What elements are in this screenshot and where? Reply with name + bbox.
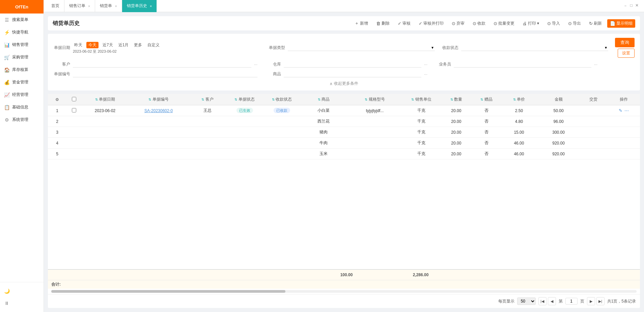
th-checkbox[interactable]	[66, 94, 82, 105]
sidebar-item-sys-mgmt[interactable]: ⚙ 系统管理	[0, 113, 44, 126]
cell-date	[82, 138, 129, 149]
new-button[interactable]: ＋ 新增	[352, 19, 371, 28]
cell-cb[interactable]	[66, 105, 82, 116]
window-controls: － □ ✕	[621, 3, 641, 9]
goods-dots[interactable]: ···	[424, 72, 427, 77]
sidebar-item-ops-mgmt[interactable]: 📈 经营管理	[0, 88, 44, 101]
tab-home[interactable]: 首页	[47, 0, 64, 12]
warehouse-dots[interactable]: ···	[424, 62, 427, 67]
th-date[interactable]: ⇅ 单据日期	[82, 94, 129, 105]
minimize-btn[interactable]: －	[623, 3, 627, 9]
per-page-select[interactable]: 50 100 200	[517, 297, 536, 305]
sidebar-item-basic-info[interactable]: 📋 基础信息	[0, 101, 44, 113]
cell-spec	[347, 138, 402, 149]
sidebar-item-quick-nav[interactable]: ⚡ 快捷导航	[0, 26, 44, 38]
date-tab-1month[interactable]: 近1月	[117, 42, 130, 48]
customer-dots[interactable]: ···	[254, 62, 257, 67]
horizontal-scrollbar[interactable]	[51, 290, 637, 293]
tab-sales-order-close[interactable]: ×	[88, 4, 90, 8]
sidebar-item-search-menu[interactable]: ☰ 搜索菜单	[0, 14, 44, 26]
audit-button[interactable]: ✓ 审核	[395, 19, 413, 28]
row-checkbox[interactable]	[72, 108, 76, 112]
audit-print-button[interactable]: ✓ 审核并打印	[416, 19, 446, 28]
filter-row-3: 单据编号 商品 ···	[53, 71, 635, 77]
th-doc-status[interactable]: ⇅ 单据状态	[226, 94, 263, 105]
salesperson-dots[interactable]: ···	[594, 62, 597, 67]
date-tab-yesterday[interactable]: 昨天	[73, 42, 84, 48]
page-unit: 页	[580, 298, 584, 304]
close-btn[interactable]: ✕	[635, 3, 639, 9]
sidebar-item-sales-mgmt[interactable]: 📊 销售管理	[0, 38, 44, 51]
first-page-btn[interactable]: |◀	[538, 297, 547, 305]
sidebar-bottom-item1[interactable]: 🌙	[0, 285, 44, 297]
doc-no-label: 单据编号	[53, 71, 70, 77]
edit-icon[interactable]: ✎	[619, 108, 622, 113]
show-detail-button[interactable]: 📄 显示明细	[607, 19, 635, 28]
print-label: 打印	[528, 21, 536, 26]
date-tab-today[interactable]: 今天	[86, 42, 99, 48]
page-title: 销货单历史	[53, 20, 80, 27]
salesperson-input[interactable]	[454, 61, 591, 68]
th-no[interactable]: ⇅ 单据编号	[128, 94, 189, 105]
tab-sales-history[interactable]: 销货单历史 ×	[122, 0, 157, 12]
sidebar-item-stock-calc[interactable]: 🏠 库存核算	[0, 63, 44, 76]
print-button[interactable]: 🖨 打印 ▾	[520, 19, 542, 28]
filter-goods: 商品 ···	[264, 71, 427, 77]
tab-sales-history-close[interactable]: ×	[150, 4, 152, 8]
tab-sales-goods-close[interactable]: ×	[115, 4, 117, 8]
query-button[interactable]: 查询	[615, 38, 635, 47]
abandon-button[interactable]: ⊙ 弃审	[449, 19, 467, 28]
export-button[interactable]: ⊙ 导出	[565, 19, 584, 28]
page-input[interactable]	[565, 298, 578, 305]
th-pay-status[interactable]: ⇅ 收款状态	[263, 94, 300, 105]
date-tab-custom[interactable]: 自定义	[146, 42, 161, 48]
sidebar-item-purchase-mgmt[interactable]: 🛒 采购管理	[0, 51, 44, 63]
collapse-button[interactable]: ∧ 收起更多条件	[330, 81, 358, 86]
tab-sales-order[interactable]: 销售订单 ×	[64, 0, 95, 12]
doc-type-select[interactable]: ▾	[288, 45, 435, 51]
prev-page-btn[interactable]: ◀	[548, 297, 556, 305]
import-button[interactable]: ⊙ 导入	[544, 19, 563, 28]
cell-cb[interactable]	[66, 149, 82, 159]
tab-sales-goods[interactable]: 销货单 ×	[95, 0, 122, 12]
doc-no-input[interactable]	[73, 71, 257, 77]
more-icon[interactable]: ⋯	[624, 108, 629, 113]
batch-change-button[interactable]: ⊙ 批量变更	[491, 19, 517, 28]
collect-status-select[interactable]: ▾	[461, 45, 608, 51]
date-tab-more[interactable]: 更多	[133, 42, 143, 48]
select-all-checkbox[interactable]	[72, 97, 76, 101]
sidebar-item-finance-mgmt[interactable]: 💰 资金管理	[0, 76, 44, 88]
next-page-btn[interactable]: ▶	[587, 297, 595, 305]
th-trade[interactable]: 交货	[580, 94, 608, 105]
refresh-button[interactable]: ↻ 刷新	[586, 19, 605, 28]
delete-button[interactable]: 🗑 删除	[373, 19, 392, 28]
collect-button[interactable]: ⊙ 收款	[470, 19, 488, 28]
cell-cb[interactable]	[66, 127, 82, 138]
th-customer[interactable]: ⇅ 客户	[189, 94, 226, 105]
th-qty[interactable]: ⇅ 数量	[440, 94, 473, 105]
cell-pay-status	[263, 149, 300, 159]
warehouse-input[interactable]	[284, 61, 421, 68]
th-spec[interactable]: ⇅ 规格型号	[347, 94, 402, 105]
collect-label: 收款	[477, 21, 485, 26]
goods-input[interactable]	[284, 71, 421, 77]
settings-button[interactable]: 设置	[618, 49, 635, 58]
last-page-btn[interactable]: ▶|	[596, 297, 605, 305]
th-price[interactable]: ⇅ 单价	[500, 94, 537, 105]
doc-no-link[interactable]: SA-20230602-0	[144, 108, 173, 113]
date-tab-7days[interactable]: 近7天	[101, 42, 114, 48]
th-goods[interactable]: ⇅ 商品	[301, 94, 347, 105]
table-container[interactable]: ⚙ ⇅ 单据日期 ⇅ 单据编号 ⇅ 客户 ⇅ 单据状态 ⇅ 收款状态 ⇅ 商品 …	[48, 94, 640, 269]
cell-cb[interactable]	[66, 116, 82, 127]
th-unit[interactable]: ⇅ 销售单位	[403, 94, 440, 105]
th-gift[interactable]: ⇅ 赠品	[473, 94, 501, 105]
maximize-btn[interactable]: □	[630, 3, 633, 9]
cell-cb[interactable]	[66, 138, 82, 149]
customer-input[interactable]	[73, 61, 251, 68]
sidebar-bottom-item2[interactable]: ⏸	[0, 297, 44, 309]
scroll-area	[48, 289, 640, 294]
cell-customer	[189, 127, 226, 138]
th-amount[interactable]: 金额	[538, 94, 580, 105]
salesperson-label: 业务员	[434, 61, 451, 67]
th-settings[interactable]: ⚙	[48, 94, 66, 105]
